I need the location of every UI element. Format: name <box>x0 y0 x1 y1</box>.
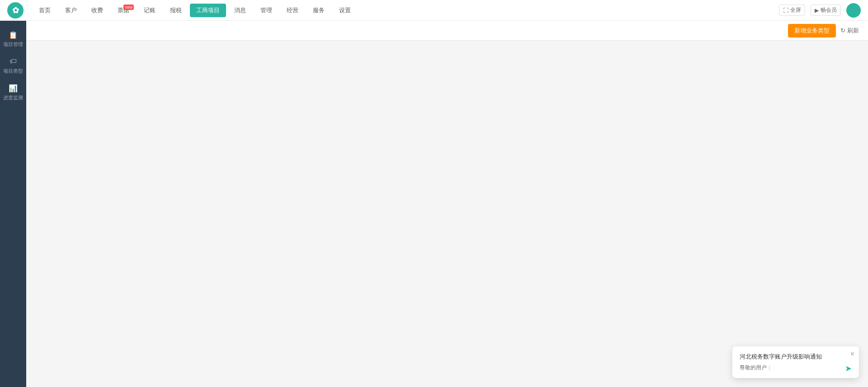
nav-item-首页[interactable]: 首页 <box>33 4 57 17</box>
sidebar-icon: 📊 <box>8 83 18 93</box>
sidebar-item-进度监测[interactable]: 📊 进度监测 <box>0 79 26 105</box>
fullscreen-label: 全屏 <box>790 6 801 14</box>
notification-arrow-icon: ➤ <box>845 364 852 373</box>
fullscreen-button[interactable]: ⛶ 全屏 <box>779 5 805 16</box>
top-nav: ✿ 首页客户收费票据new记账报税工商项目消息管理经营服务设置 ⛶ 全屏 ▶ 畅… <box>0 0 868 21</box>
refresh-label: 刷新 <box>847 27 859 35</box>
nav-items: 首页客户收费票据new记账报税工商项目消息管理经营服务设置 <box>33 4 779 17</box>
notification-close-button[interactable]: × <box>850 350 854 358</box>
member-button[interactable]: ▶ 畅会员 <box>811 5 841 16</box>
user-avatar[interactable] <box>846 3 861 18</box>
nav-item-报税[interactable]: 报税 <box>164 4 188 17</box>
nav-item-记账[interactable]: 记账 <box>137 4 162 17</box>
member-label: 畅会员 <box>821 6 837 14</box>
nav-item-服务[interactable]: 服务 <box>307 4 331 17</box>
nav-item-票据[interactable]: 票据new <box>111 4 136 17</box>
nav-item-客户[interactable]: 客户 <box>59 4 83 17</box>
nav-item-消息[interactable]: 消息 <box>228 4 252 17</box>
main-content: 新增业务类型 ↻ 刷新 <box>26 21 868 387</box>
nav-item-工商项目[interactable]: 工商项目 <box>190 4 226 17</box>
sidebar-item-label: 项目类型 <box>3 68 23 74</box>
nav-item-收费[interactable]: 收费 <box>85 4 109 17</box>
sidebar-item-项目类型[interactable]: 🏷 项目类型 <box>0 52 26 79</box>
content-area <box>26 41 868 55</box>
tab-actions: 新增业务类型 ↻ 刷新 <box>788 24 859 37</box>
sidebar-icon: 📋 <box>8 30 18 40</box>
notification-popup: × 河北税务数字账户升级影响通知 尊敬的用户： ➤ <box>732 346 859 378</box>
notification-title: 河北税务数字账户升级影响通知 <box>740 353 852 361</box>
sidebar-item-label: 项目管理 <box>3 42 23 47</box>
fullscreen-icon: ⛶ <box>783 7 788 14</box>
nav-item-设置[interactable]: 设置 <box>333 4 357 17</box>
tab-bar: 新增业务类型 ↻ 刷新 <box>26 21 868 41</box>
sidebar-item-项目管理[interactable]: 📋 项目管理 <box>0 25 26 52</box>
nav-item-经营[interactable]: 经营 <box>280 4 305 17</box>
member-icon: ▶ <box>815 7 819 14</box>
badge-new: new <box>123 5 134 10</box>
refresh-button[interactable]: ↻ 刷新 <box>840 27 859 35</box>
logo[interactable]: ✿ <box>7 2 24 19</box>
sidebar-item-label: 进度监测 <box>3 95 23 101</box>
refresh-icon: ↻ <box>840 27 845 34</box>
add-business-type-button[interactable]: 新增业务类型 <box>788 24 836 37</box>
sidebar: 📋 项目管理 🏷 项目类型 📊 进度监测 <box>0 21 26 387</box>
nav-right: ⛶ 全屏 ▶ 畅会员 <box>779 3 861 18</box>
sidebar-icon: 🏷 <box>8 56 18 66</box>
nav-item-管理[interactable]: 管理 <box>254 4 278 17</box>
notification-body: 尊敬的用户： <box>740 364 852 372</box>
